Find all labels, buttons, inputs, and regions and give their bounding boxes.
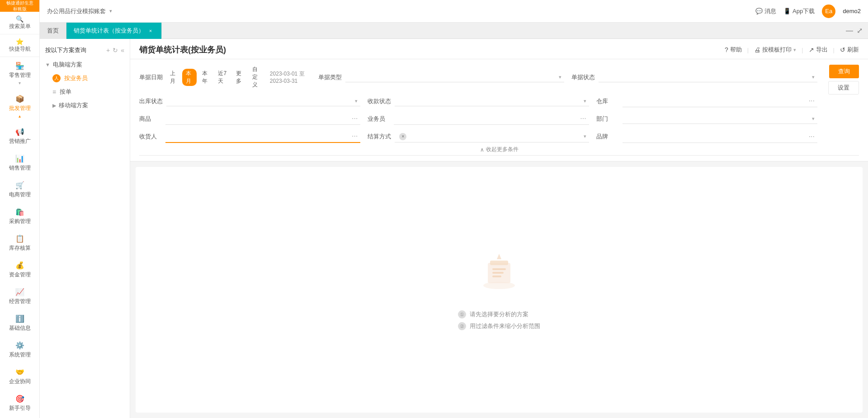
help-icon: ? (725, 46, 728, 53)
quick-nav-btn[interactable]: ⭐ 快捷导航 (0, 34, 39, 57)
tab-minimize-btn[interactable]: — (846, 27, 853, 35)
sidebar-item-retail[interactable]: 🏪 零售管理 ▾ (0, 57, 39, 90)
collapse-label: 收起更多条件 (486, 146, 519, 153)
goods-label: 商品 (139, 115, 162, 123)
brand-select[interactable]: ··· (623, 131, 817, 143)
left-panel-actions: + ↻ « (106, 47, 124, 54)
salesperson-dots[interactable]: ··· (580, 114, 586, 123)
desktop-scheme-title[interactable]: ▼ 电脑端方案 (40, 58, 130, 71)
salesperson-label: 业务员 (368, 115, 390, 123)
sidebar: 畅捷通好生意 标账版 🔍 搜索菜单 ⭐ 快捷导航 🏪 零售管理 ▾ 📦 批发管理… (0, 0, 40, 418)
date-btn-more[interactable]: 更多 (232, 69, 246, 86)
tab-close-btn[interactable]: × (147, 27, 154, 34)
tip-num-1: ① (458, 310, 466, 318)
filter-section: 单据日期 上月 本月 本年 近7天 更多 自定义 2023-03-01 至 20… (130, 59, 868, 162)
help-btn[interactable]: ? 帮助 (725, 46, 742, 54)
sidebar-item-basic[interactable]: ℹ️ 基础信息 (0, 310, 39, 337)
settlement-clear-btn[interactable]: × (399, 133, 406, 140)
settings-button[interactable]: 设置 (828, 81, 859, 95)
sidebar-item-sales[interactable]: 📊 销售管理 (0, 150, 39, 176)
desktop-scheme-label: 电脑端方案 (53, 61, 82, 69)
consignee-select[interactable]: ··· (165, 130, 360, 143)
sidebar-item-purchase[interactable]: 🛍️ 采购管理 (0, 203, 39, 230)
doc-type-label: 单据类型 (318, 73, 342, 81)
goods-dots[interactable]: ··· (352, 114, 358, 123)
page-actions: ? 帮助 | 🖨 按模板打印 ▾ | ↗ 导出 | (725, 46, 859, 54)
scheme-item-by-salesperson[interactable]: 人 按业务员 (40, 71, 130, 85)
user-avatar[interactable]: Ea (822, 5, 835, 18)
sidebar-item-wholesale[interactable]: 📦 批发管理 ▴ (0, 90, 39, 123)
svg-marker-6 (497, 254, 501, 259)
finance-icon: 💰 (15, 261, 24, 270)
consignee-dots[interactable]: ··· (352, 132, 358, 140)
sidebar-item-operation[interactable]: 📈 经营管理 (0, 283, 39, 310)
tab-sales-stats[interactable]: 销货单统计表（按业务员） × (66, 23, 162, 39)
desktop-scheme-arrow: ▼ (45, 62, 50, 67)
sidebar-item-enterprise[interactable]: 🤝 企业协同 (0, 363, 39, 390)
svg-rect-2 (490, 261, 508, 265)
tab-home[interactable]: 首页 (40, 23, 66, 39)
tab-actions: — ⤢ (846, 26, 868, 35)
purchase-icon: 🛍️ (15, 208, 24, 216)
refresh-btn[interactable]: ↺ 刷新 (840, 46, 859, 54)
print-icon: 🖨 (754, 46, 760, 53)
sidebar-item-marketing[interactable]: 📢 营销推广 (0, 123, 39, 150)
goods-select[interactable]: ··· (165, 113, 360, 125)
refresh-scheme-btn[interactable]: ↻ (113, 47, 118, 54)
sidebar-item-ecommerce[interactable]: 🛒 电商管理 (0, 176, 39, 203)
query-button[interactable]: 查询 (829, 65, 859, 78)
collapse-btn[interactable]: ∧ 收起更多条件 (480, 146, 519, 153)
export-btn[interactable]: ↗ 导出 (809, 46, 828, 54)
date-btn-current-month[interactable]: 本月 (182, 69, 196, 86)
date-btn-last-7-days[interactable]: 近7天 (214, 69, 231, 86)
filter-salesperson: 业务员 ··· (368, 113, 589, 125)
warehouse-select[interactable]: ··· (623, 95, 817, 107)
sidebar-item-inventory[interactable]: 📋 库存核算 (0, 230, 39, 256)
doc-status-label: 单据状态 (571, 73, 595, 81)
search-menu-btn[interactable]: 🔍 搜索菜单 (0, 12, 39, 34)
basic-icon: ℹ️ (15, 314, 24, 323)
sidebar-item-newbie[interactable]: 🎯 新手引导 (0, 390, 39, 417)
filter-warehouse: 仓库 ··· (596, 95, 817, 107)
date-btn-current-year[interactable]: 本年 (198, 69, 212, 86)
collapse-panel-btn[interactable]: « (121, 47, 124, 54)
inventory-icon: 📋 (15, 234, 24, 243)
warehouse-dots[interactable]: ··· (809, 97, 815, 105)
add-scheme-btn[interactable]: + (106, 47, 110, 54)
system-title: 办公用品行业模拟账套 (47, 7, 106, 15)
tab-maximize-btn[interactable]: ⤢ (857, 26, 863, 35)
department-select[interactable]: ▾ (623, 114, 817, 124)
logo[interactable]: 畅捷通好生意 标账版 (0, 0, 39, 12)
doc-status-select[interactable]: ▾ (599, 72, 817, 82)
empty-tip-2: ② 用过滤条件来缩小分析范围 (458, 322, 540, 330)
outbound-label: 出库状态 (139, 97, 163, 105)
content-area: 按以下方案查询 + ↻ « ▼ 电脑端方案 人 按业务员 ≡ 按 (40, 39, 868, 418)
system-dropdown-arrow[interactable]: ▾ (109, 8, 112, 14)
payment-select[interactable]: ▾ (395, 96, 589, 106)
empty-tip-1: ① 请先选择要分析的方案 (458, 310, 540, 318)
doc-type-select[interactable]: ▾ (345, 72, 564, 82)
mobile-scheme-group[interactable]: ▶ 移动端方案 (40, 99, 130, 112)
filter-payment: 收款状态 ▾ (368, 96, 589, 106)
mobile-scheme-label: 移动端方案 (59, 101, 88, 109)
outbound-select[interactable]: ▾ (166, 96, 360, 106)
sidebar-item-finance[interactable]: 💰 资金管理 (0, 256, 39, 283)
date-options: 上月 本月 本年 近7天 更多 自定义 2023-03-01 至 2023-03… (166, 65, 311, 90)
date-btn-last-month[interactable]: 上月 (166, 69, 180, 86)
brand-dots[interactable]: ··· (809, 133, 815, 141)
scheme-item-by-order[interactable]: ≡ 按单 (40, 85, 130, 99)
user-name: demo2 (843, 8, 861, 14)
message-btn[interactable]: 💬 消息 (755, 7, 776, 15)
sidebar-item-system[interactable]: ⚙️ 系统管理 (0, 337, 39, 363)
operation-icon: 📈 (15, 288, 24, 296)
wholesale-icon: 📦 (15, 95, 24, 103)
date-range-text: 2023-03-01 至 2023-03-31 (270, 70, 311, 84)
enterprise-icon: 🤝 (15, 368, 24, 376)
action-buttons: 查询 设置 (823, 65, 859, 95)
tab-sales-stats-label: 销货单统计表（按业务员） (74, 27, 144, 35)
template-print-btn[interactable]: 🖨 按模板打印 ▾ (754, 46, 796, 54)
salesperson-select[interactable]: ··· (394, 113, 589, 125)
app-download-btn[interactable]: 📱 App下载 (783, 7, 815, 15)
settlement-select[interactable]: × ▾ (395, 131, 589, 142)
date-btn-custom[interactable]: 自定义 (249, 65, 266, 90)
